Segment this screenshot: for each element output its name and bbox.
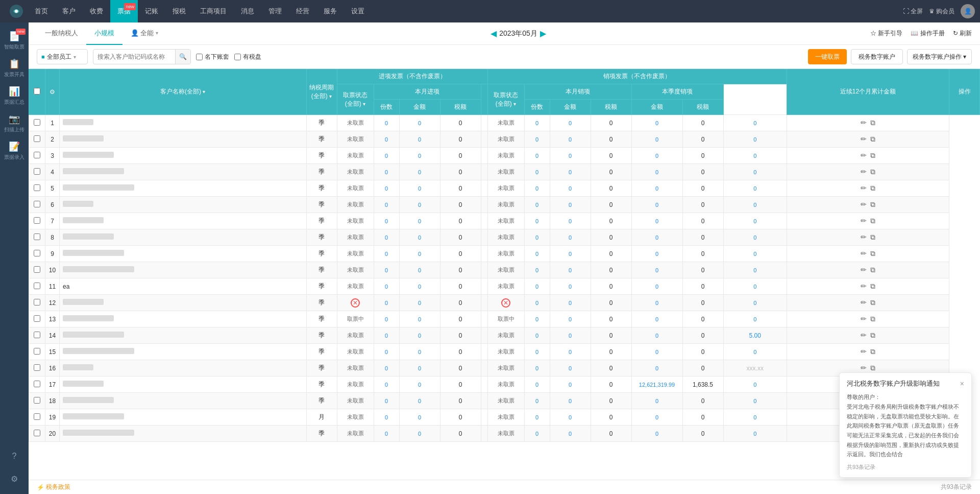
row-checkbox[interactable]	[34, 184, 40, 191]
tax-panel-checkbox[interactable]	[234, 54, 241, 60]
sidebar-item-invoice-summary[interactable]: 📊 票据汇总	[1, 82, 28, 109]
edit-btn[interactable]: ✏	[860, 134, 868, 144]
one-click-btn[interactable]: 一键取票	[808, 49, 847, 64]
copy-btn[interactable]: ⧉	[869, 117, 876, 128]
row-checkbox[interactable]	[34, 430, 40, 436]
nav-message[interactable]: 消息	[234, 0, 261, 22]
row-checkbox[interactable]	[34, 135, 40, 142]
copy-btn[interactable]: ⧉	[869, 330, 876, 341]
nav-client[interactable]: 客户	[55, 0, 83, 22]
edit-btn[interactable]: ✏	[860, 281, 868, 291]
edit-btn[interactable]: ✏	[860, 199, 868, 209]
employee-select[interactable]: ■ 全部员工 ▾	[37, 49, 88, 64]
row-checkbox[interactable]	[34, 119, 40, 126]
fullscreen-btn[interactable]: ⛶ 全屏	[903, 7, 923, 16]
edit-btn[interactable]: ✏	[860, 330, 868, 340]
prev-month-btn[interactable]: ◀	[488, 28, 499, 39]
row-checkbox[interactable]	[34, 397, 40, 404]
copy-btn[interactable]: ⧉	[869, 346, 876, 357]
edit-btn[interactable]: ✏	[860, 363, 868, 373]
sidebar-item-invoice-entry[interactable]: 📝 票据录入	[1, 137, 28, 164]
copy-btn[interactable]: ⧉	[869, 314, 876, 324]
nav-accounting[interactable]: 记账	[138, 0, 165, 22]
digital-account-btn[interactable]: 税务数字账户	[851, 49, 903, 64]
row-checkbox[interactable]	[34, 332, 40, 338]
edit-btn[interactable]: ✏	[860, 232, 868, 242]
checkbox-tax-panel[interactable]: 有税盘	[234, 53, 261, 61]
tax-policy-link[interactable]: ⚡ 税务政策	[37, 483, 70, 491]
edit-btn[interactable]: ✏	[860, 150, 868, 160]
sidebar-item-invoice-open[interactable]: 📋 发票开具	[1, 54, 28, 82]
nav-manage[interactable]: 管理	[261, 0, 289, 22]
edit-btn[interactable]: ✏	[860, 117, 868, 128]
edit-btn[interactable]: ✏	[860, 346, 868, 357]
nav-tax[interactable]: 报税	[165, 0, 193, 22]
row-checkbox[interactable]	[34, 364, 40, 371]
edit-btn[interactable]: ✏	[860, 297, 868, 308]
copy-btn[interactable]: ⧉	[869, 167, 876, 177]
row-checkbox[interactable]	[34, 413, 40, 420]
edit-btn[interactable]: ✏	[860, 314, 868, 324]
copy-btn[interactable]: ⧉	[869, 150, 876, 161]
popup-close-btn[interactable]: ×	[960, 380, 964, 388]
nav-service[interactable]: 服务	[316, 0, 344, 22]
row-checkbox[interactable]	[34, 217, 40, 224]
copy-btn[interactable]: ⧉	[869, 183, 876, 194]
checkbox-subaccount[interactable]: 名下账套	[196, 53, 229, 61]
tab-all-dropdown-icon[interactable]: ▾	[156, 30, 158, 36]
nav-invoice[interactable]: 票据 new	[110, 0, 138, 22]
subaccount-checkbox[interactable]	[196, 54, 203, 60]
edit-btn[interactable]: ✏	[860, 167, 868, 177]
row-checkbox[interactable]	[34, 168, 40, 175]
copy-btn[interactable]: ⧉	[869, 134, 876, 145]
sidebar-item-smart-ticket[interactable]: new 📄 智能取票	[1, 27, 28, 54]
new-guide-link[interactable]: ☆ 新手引导	[870, 29, 902, 38]
row-checkbox[interactable]	[34, 250, 40, 256]
nav-fee[interactable]: 收费	[83, 0, 110, 22]
tab-small-scale[interactable]: 小规模	[86, 22, 122, 45]
th-in-status[interactable]: 取票状态(全部) ▾	[337, 84, 374, 115]
edit-btn[interactable]: ✏	[860, 265, 868, 275]
search-button[interactable]: 🔍	[175, 49, 190, 64]
copy-btn[interactable]: ⧉	[869, 248, 876, 259]
th-tax-period[interactable]: 纳税周期(全部) ▾	[306, 69, 337, 115]
row-checkbox[interactable]	[34, 348, 40, 355]
sidebar-settings-btn[interactable]: ⚙	[4, 468, 24, 489]
row-checkbox[interactable]	[34, 233, 40, 240]
copy-btn[interactable]: ⧉	[869, 232, 876, 243]
sidebar-item-scan-upload[interactable]: 📷 扫描上传	[1, 109, 28, 137]
row-checkbox[interactable]	[34, 299, 40, 305]
user-avatar[interactable]: 👤	[961, 4, 975, 18]
row-checkbox[interactable]	[34, 315, 40, 322]
tab-general-taxpayer[interactable]: 一般纳税人	[37, 22, 86, 45]
copy-btn[interactable]: ⧉	[869, 216, 876, 226]
copy-btn[interactable]: ⧉	[869, 363, 876, 373]
member-btn[interactable]: ♛ 购会员	[929, 7, 954, 16]
sidebar-help-btn[interactable]: ?	[4, 446, 24, 466]
row-checkbox[interactable]	[34, 266, 40, 273]
copy-btn[interactable]: ⧉	[869, 199, 876, 210]
refresh-link[interactable]: ↻ 刷新	[953, 29, 972, 38]
nav-business[interactable]: 工商项目	[193, 0, 234, 22]
select-all-checkbox[interactable]	[34, 88, 40, 95]
copy-btn[interactable]: ⧉	[869, 297, 876, 308]
search-input[interactable]	[93, 53, 175, 60]
row-checkbox[interactable]	[34, 152, 40, 158]
digital-account-ops-btn[interactable]: 税务数字账户操作 ▾	[907, 49, 972, 64]
nav-home[interactable]: 首页	[28, 0, 55, 22]
row-checkbox[interactable]	[34, 381, 40, 387]
nav-operation[interactable]: 经营	[289, 0, 316, 22]
edit-btn[interactable]: ✏	[860, 248, 868, 258]
edit-btn[interactable]: ✏	[860, 183, 868, 193]
nav-settings[interactable]: 设置	[344, 0, 372, 22]
edit-btn[interactable]: ✏	[860, 216, 868, 226]
row-checkbox[interactable]	[34, 283, 40, 289]
th-client-name[interactable]: 客户名称(全部) ▾	[60, 69, 307, 115]
copy-btn[interactable]: ⧉	[869, 281, 876, 292]
copy-btn[interactable]: ⧉	[869, 265, 876, 275]
th-out-status[interactable]: 取票状态(全部) ▾	[487, 84, 524, 115]
tab-all-capability[interactable]: 👤 全能 ▾	[122, 22, 166, 45]
row-checkbox[interactable]	[34, 201, 40, 207]
main-table-container[interactable]: ⚙ 客户名称(全部) ▾ 纳税周期(全部) ▾ 进项发票（不含作废票） 销项发票…	[29, 69, 980, 480]
next-month-btn[interactable]: ▶	[537, 28, 549, 39]
